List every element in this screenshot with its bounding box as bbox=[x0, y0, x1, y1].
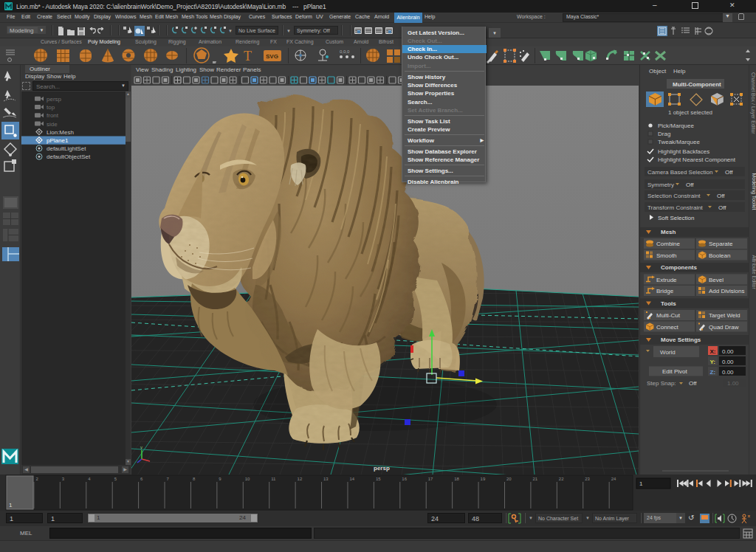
svg-text:1: 1 bbox=[9, 502, 13, 508]
svg-text:Step Snap:: Step Snap: bbox=[647, 380, 676, 387]
svg-text:front: front bbox=[47, 112, 59, 119]
svg-text:Tweak/Marquee: Tweak/Marquee bbox=[658, 139, 700, 145]
svg-text:Extrude: Extrude bbox=[656, 277, 677, 283]
svg-text:Object: Object bbox=[649, 68, 667, 75]
svg-text:23: 23 bbox=[585, 477, 590, 481]
svg-text:0.00: 0.00 bbox=[722, 348, 734, 355]
svg-text:11: 11 bbox=[271, 477, 276, 481]
svg-text:Camera Based Selection: Camera Based Selection bbox=[647, 169, 713, 176]
svg-text:Pick/Marquee: Pick/Marquee bbox=[658, 123, 694, 129]
svg-text:Off: Off bbox=[686, 182, 694, 188]
svg-text:0.00: 0.00 bbox=[722, 369, 734, 376]
svg-text:17: 17 bbox=[428, 477, 433, 481]
svg-text:Bridge: Bridge bbox=[656, 288, 674, 294]
svg-text:Help: Help bbox=[673, 68, 686, 75]
svg-text:Off: Off bbox=[718, 204, 726, 211]
svg-text:0,0,0: 0,0,0 bbox=[340, 49, 350, 54]
svg-text:Highlight Nearest Component: Highlight Nearest Component bbox=[658, 156, 736, 163]
svg-text:SVG: SVG bbox=[266, 53, 278, 60]
svg-text:Lion:Mesh: Lion:Mesh bbox=[47, 129, 74, 136]
svg-text:Separate: Separate bbox=[709, 241, 733, 247]
svg-text:Symmetry: Symmetry bbox=[647, 182, 674, 188]
svg-text:Combine: Combine bbox=[656, 241, 681, 247]
svg-text:persp: persp bbox=[374, 465, 390, 472]
svg-text:22: 22 bbox=[559, 477, 564, 481]
svg-text:Transform Constraint: Transform Constraint bbox=[647, 204, 704, 211]
svg-text:World: World bbox=[660, 349, 676, 356]
svg-text:Multi-Cut: Multi-Cut bbox=[656, 312, 681, 319]
svg-text:defaultObjectSet: defaultObjectSet bbox=[47, 153, 91, 160]
svg-text:24: 24 bbox=[611, 477, 616, 481]
svg-text:X:: X: bbox=[710, 348, 716, 355]
svg-text:Y:: Y: bbox=[710, 359, 715, 365]
svg-text:1.00: 1.00 bbox=[727, 380, 739, 387]
svg-text:Boolean: Boolean bbox=[709, 252, 730, 259]
svg-text:Drag: Drag bbox=[658, 131, 670, 137]
svg-text:14: 14 bbox=[349, 477, 354, 481]
svg-text:Soft Selection: Soft Selection bbox=[658, 215, 694, 221]
svg-text:persp: persp bbox=[47, 96, 62, 103]
svg-text:12: 12 bbox=[298, 477, 303, 481]
svg-text:20: 20 bbox=[506, 477, 512, 481]
svg-text:y: y bbox=[140, 445, 142, 449]
svg-text:Multi-Component: Multi-Component bbox=[673, 81, 721, 88]
svg-text:Tools: Tools bbox=[661, 300, 676, 307]
svg-text:16: 16 bbox=[402, 477, 407, 481]
svg-text:0.00: 0.00 bbox=[722, 359, 734, 365]
svg-text:T: T bbox=[244, 49, 252, 63]
svg-text:top: top bbox=[47, 104, 55, 111]
svg-text:13: 13 bbox=[323, 477, 329, 481]
svg-text:19: 19 bbox=[481, 477, 486, 481]
svg-text:Quad Draw: Quad Draw bbox=[709, 324, 739, 331]
svg-text:1: 1 bbox=[639, 480, 643, 487]
svg-text:Components: Components bbox=[661, 264, 697, 271]
svg-text:Selection Constraint: Selection Constraint bbox=[647, 193, 701, 199]
svg-text:Off: Off bbox=[725, 169, 733, 176]
svg-text:Off: Off bbox=[717, 193, 725, 199]
svg-text:pPlane1: pPlane1 bbox=[47, 137, 69, 144]
svg-text:10: 10 bbox=[245, 477, 250, 481]
svg-text:21: 21 bbox=[532, 477, 537, 481]
svg-text:Highlight Backfaces: Highlight Backfaces bbox=[658, 148, 709, 155]
svg-text:Target Weld: Target Weld bbox=[709, 312, 740, 319]
svg-text:Off: Off bbox=[689, 380, 697, 387]
svg-text:15: 15 bbox=[376, 477, 381, 481]
svg-text:Edit Pivot: Edit Pivot bbox=[662, 368, 688, 375]
svg-text:18: 18 bbox=[454, 477, 459, 481]
svg-text:Z:: Z: bbox=[710, 369, 716, 376]
svg-text:Mesh: Mesh bbox=[661, 229, 676, 235]
svg-text:side: side bbox=[47, 121, 58, 128]
svg-text:Smooth: Smooth bbox=[656, 252, 677, 259]
svg-text:Move Settings: Move Settings bbox=[661, 337, 701, 343]
svg-text:Add Divisions: Add Divisions bbox=[709, 288, 744, 294]
svg-text:Connect: Connect bbox=[656, 324, 679, 331]
svg-text:1 object selected: 1 object selected bbox=[668, 109, 712, 116]
svg-text:defaultLightSet: defaultLightSet bbox=[47, 145, 86, 152]
svg-text:Bevel: Bevel bbox=[709, 277, 724, 283]
